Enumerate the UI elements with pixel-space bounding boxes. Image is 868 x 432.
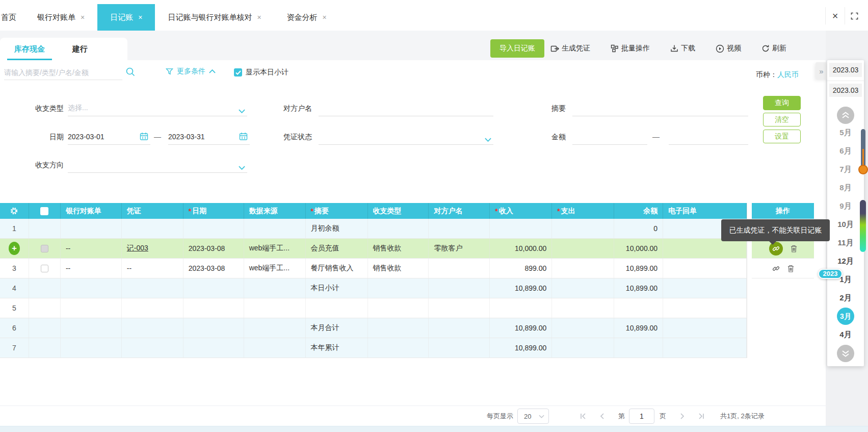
column-header-expense[interactable]: *支出 <box>552 203 614 219</box>
month-item-3月[interactable]: 3月 <box>827 307 864 325</box>
column-header-voucher[interactable]: 凭证 <box>122 203 183 219</box>
import-journal-button[interactable]: 导入日记账 <box>490 39 544 58</box>
search-input[interactable] <box>4 65 122 80</box>
column-header-date[interactable]: *日期 <box>183 203 244 219</box>
query-button[interactable]: 查询 <box>763 96 801 110</box>
gradient-scrollbar-thumb[interactable] <box>860 200 866 252</box>
add-row-button[interactable]: + <box>9 242 20 255</box>
pagination-bar: 每页显示 20 第 页 共1页, 2条记录 <box>487 408 765 424</box>
account-tab-库存现金[interactable]: 库存现金 <box>6 38 53 60</box>
video-button[interactable]: 视频 <box>716 44 741 53</box>
period-selected[interactable]: 2023.03 <box>829 84 862 97</box>
fullscreen-icon[interactable] <box>845 7 864 24</box>
delete-row-icon[interactable] <box>791 245 797 252</box>
last-page-icon[interactable] <box>698 413 705 420</box>
generate-voucher-button[interactable]: 生成凭证 <box>550 44 590 53</box>
close-tab-icon[interactable]: × <box>81 13 85 21</box>
scroll-months-up-icon[interactable] <box>837 107 854 124</box>
first-page-icon[interactable] <box>580 413 587 420</box>
month-item-6月[interactable]: 6月 <box>827 142 864 160</box>
cell-date: 2023-03-08 <box>189 264 225 272</box>
column-header-receipt[interactable]: 电子回单 <box>663 203 747 219</box>
close-window-icon[interactable]: × <box>825 7 845 24</box>
download-button[interactable]: 下载 <box>670 44 695 53</box>
table-row[interactable]: 6本月合计10,899.0010,899.00 <box>0 318 747 338</box>
cell-voucher <box>122 338 183 358</box>
close-tab-icon[interactable]: × <box>323 13 327 21</box>
summary-filter-input[interactable] <box>572 100 748 116</box>
column-settings-gear-icon[interactable] <box>0 203 29 219</box>
month-item-10月[interactable]: 10月 <box>827 215 864 234</box>
scroll-months-down-icon[interactable] <box>837 345 854 362</box>
cell-type <box>368 318 429 338</box>
column-header-income[interactable]: *收入 <box>490 203 552 219</box>
close-tab-icon[interactable]: × <box>257 13 261 21</box>
cell-income: 10,899.00 <box>490 278 552 298</box>
tab-首页[interactable]: 首页 <box>0 4 24 31</box>
month-item-8月[interactable]: 8月 <box>827 179 864 197</box>
table-row[interactable]: +--记-0032023-03-08web端手工...会员充值销售收款零散客户1… <box>0 239 747 259</box>
search-icon[interactable] <box>125 67 136 79</box>
voucher-link[interactable]: 记-003 <box>127 244 148 253</box>
table-row[interactable]: 4本日小计10,899.0010,899.00 <box>0 278 747 298</box>
column-header-balance[interactable]: 余额 <box>614 203 663 219</box>
refresh-button[interactable]: 刷新 <box>761 44 786 53</box>
row-checkbox[interactable] <box>41 265 48 272</box>
column-header-type[interactable]: 收支类型 <box>368 203 429 219</box>
month-item-12月[interactable]: 12月 <box>827 252 864 270</box>
tab-银行对账单[interactable]: 银行对账单× <box>24 4 97 31</box>
amount-min-input[interactable] <box>572 129 647 145</box>
settings-button[interactable]: 设置 <box>763 130 801 143</box>
prev-page-icon[interactable] <box>599 413 606 420</box>
calendar-icon[interactable] <box>239 132 248 142</box>
cell-source: web端手工... <box>249 244 290 253</box>
month-item-5月[interactable]: 5月 <box>827 123 864 142</box>
account-tab-建行[interactable]: 建行 <box>64 38 96 60</box>
clear-button[interactable]: 清空 <box>763 113 801 126</box>
period-display[interactable]: 2023.03 <box>829 63 862 77</box>
cell-summary: 餐厅销售收入 <box>311 264 354 273</box>
currency-value[interactable]: 人民币 <box>777 70 799 79</box>
date-filter-label: 日期 <box>23 129 64 145</box>
voucher-status-filter-select[interactable] <box>319 129 493 145</box>
page-number-input[interactable] <box>629 409 654 424</box>
next-page-icon[interactable] <box>678 413 686 420</box>
filter-funnel-icon <box>166 68 173 75</box>
table-row[interactable]: 5 <box>0 298 747 318</box>
table-row[interactable]: 1月初余额0 <box>0 219 747 239</box>
month-item-2月[interactable]: 2月 <box>827 289 864 307</box>
cell-type: 销售收款 <box>373 244 402 253</box>
tab-资金分析[interactable]: 资金分析× <box>274 4 339 31</box>
column-header-party[interactable]: 对方户名 <box>429 203 490 219</box>
type-filter-select[interactable]: 选择... <box>68 100 247 116</box>
delete-row-icon[interactable] <box>787 265 794 272</box>
more-filters-toggle[interactable]: 更多条件 <box>166 67 216 76</box>
month-item-9月[interactable]: 9月 <box>827 197 864 215</box>
select-all-checkbox[interactable] <box>40 207 48 215</box>
cell-voucher <box>122 219 183 238</box>
link-voucher-icon[interactable] <box>772 265 780 272</box>
row-number-cell: 5 <box>0 298 29 318</box>
tab-日记账与银行对账单核对[interactable]: 日记账与银行对账单核对× <box>155 4 274 31</box>
calendar-icon[interactable] <box>140 132 148 142</box>
per-page-select[interactable]: 20 <box>517 409 549 424</box>
month-item-11月[interactable]: 11月 <box>827 234 864 252</box>
close-tab-icon[interactable]: × <box>138 13 142 21</box>
tab-日记账[interactable]: 日记账× <box>97 4 155 31</box>
batch-operation-button[interactable]: 批量操作 <box>611 44 650 53</box>
table-row[interactable]: 7本年累计10,899.00 <box>0 338 747 358</box>
column-header-source[interactable]: 数据来源 <box>244 203 306 219</box>
year-badge[interactable]: 2023 <box>818 269 843 279</box>
column-header-summary[interactable]: *摘要 <box>306 203 368 219</box>
direction-filter-select[interactable] <box>68 157 247 173</box>
column-header-bank[interactable]: 银行对账单 <box>61 203 122 219</box>
collapse-sidebar-handle[interactable]: » <box>816 62 827 80</box>
date-from-input[interactable]: 2023-03-01 <box>68 129 150 145</box>
amount-max-input[interactable] <box>669 129 748 145</box>
counterparty-filter-input[interactable] <box>319 100 493 116</box>
table-row[interactable]: 3----2023-03-08web端手工...餐厅销售收入销售收款899.00… <box>0 259 747 278</box>
show-daily-subtotal-checkbox[interactable]: 显示本日小计 <box>234 68 288 77</box>
row-number: 5 <box>12 304 16 312</box>
date-to-input[interactable]: 2023-03-31 <box>168 129 250 145</box>
month-item-4月[interactable]: 4月 <box>827 325 864 344</box>
